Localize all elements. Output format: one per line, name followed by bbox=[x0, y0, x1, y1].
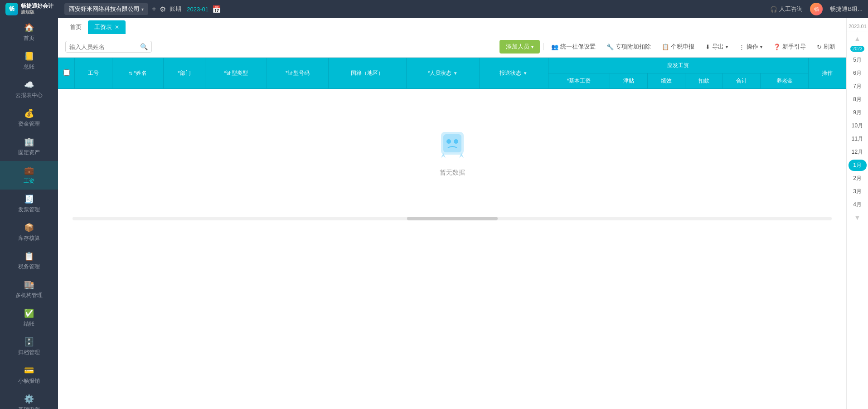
export-button[interactable]: ⬇ 导出 ▾ bbox=[702, 41, 732, 53]
special-deduction-icon: 🔧 bbox=[606, 44, 614, 50]
empty-icon bbox=[434, 125, 470, 161]
avatar: 畅 bbox=[810, 3, 823, 15]
sidebar-item-expense[interactable]: 💳 小畅报销 bbox=[0, 361, 58, 390]
sidebar-item-tax[interactable]: 📋 税务管理 bbox=[0, 247, 58, 275]
wage-table: 工号 ⇅ *姓名 *部门 *证型类型 *证型号码 国籍（地区） *人员状态 ▼ bbox=[58, 58, 846, 89]
th-staff-status: *人员状态 ▼ bbox=[406, 58, 479, 89]
sidebar-icon-settle: ✅ bbox=[24, 308, 34, 318]
company-selector[interactable]: 西安虾米网络科技有限公司 ▾ bbox=[64, 3, 148, 15]
sidebar-label-home: 首页 bbox=[24, 34, 34, 42]
scroll-track[interactable] bbox=[73, 217, 832, 220]
sidebar-label-invoice: 发票管理 bbox=[18, 206, 40, 214]
svg-point-2 bbox=[446, 139, 451, 144]
add-person-chevron-icon: ▾ bbox=[531, 44, 533, 49]
tab-wage[interactable]: 工资表 ✕ bbox=[88, 20, 126, 34]
sidebar-item-multi[interactable]: 🏬 多机构管理 bbox=[0, 275, 58, 304]
special-deduction-label: 专项附加扣除 bbox=[616, 43, 651, 51]
month-7[interactable]: 7月 bbox=[849, 81, 867, 92]
export-label: 导出 bbox=[712, 43, 724, 51]
sidebar-item-cloud[interactable]: ☁️ 云报表中心 bbox=[0, 75, 58, 104]
service-label: 人工咨询 bbox=[779, 5, 803, 13]
month-6[interactable]: 6月 bbox=[849, 68, 867, 79]
th-checkbox bbox=[58, 58, 75, 89]
scroll-thumb[interactable] bbox=[407, 217, 498, 220]
th-wage-group: 应发工资 bbox=[548, 58, 808, 73]
logo-subtitle: 旗舰版 bbox=[21, 9, 53, 15]
sidebar-icon-assets: 🏢 bbox=[24, 137, 34, 147]
right-panel-up-icon[interactable]: ▲ bbox=[854, 35, 861, 42]
company-name: 西安虾米网络科技有限公司 bbox=[69, 5, 140, 13]
search-wrap[interactable]: 🔍 bbox=[65, 41, 152, 53]
sidebar-icon-home: 🏠 bbox=[24, 23, 34, 33]
search-input[interactable] bbox=[69, 44, 137, 50]
logo-title: 畅捷通好会计 bbox=[21, 3, 53, 9]
table-container: 工号 ⇅ *姓名 *部门 *证型类型 *证型号码 国籍（地区） *人员状态 ▼ bbox=[58, 58, 846, 409]
th-department: *部门 bbox=[163, 58, 205, 89]
sidebar-label-archive: 归档管理 bbox=[18, 349, 40, 356]
tab-home-label: 首页 bbox=[70, 23, 82, 31]
sidebar-icon-ledger: 📒 bbox=[24, 51, 34, 61]
tab-home[interactable]: 首页 bbox=[63, 20, 88, 34]
scroll-area bbox=[58, 213, 846, 224]
svg-rect-1 bbox=[443, 134, 461, 152]
special-deduction-button[interactable]: 🔧 专项附加扣除 bbox=[603, 41, 655, 53]
sidebar-icon-multi: 🏬 bbox=[24, 280, 34, 290]
sidebar-item-archive[interactable]: 🗄️ 归档管理 bbox=[0, 332, 58, 361]
logo-icon: 畅 bbox=[5, 3, 18, 15]
sidebar-label-ledger: 总账 bbox=[24, 63, 34, 71]
personal-tax-button[interactable]: 📋 个税申报 bbox=[658, 41, 698, 53]
month-11[interactable]: 11月 bbox=[849, 133, 867, 145]
sidebar-label-tax: 税务管理 bbox=[18, 263, 40, 271]
month-1[interactable]: 1月 bbox=[849, 160, 867, 171]
operations-button[interactable]: ⋮ 操作 ▾ bbox=[735, 41, 766, 53]
sidebar-icon-funds: 💰 bbox=[24, 108, 34, 118]
social-security-button[interactable]: 👥 统一社保设置 bbox=[548, 41, 599, 53]
sidebar-item-home[interactable]: 🏠 首页 bbox=[0, 18, 58, 47]
toolbar-right: 添加人员 ▾ 👥 统一社保设置 🔧 专项附加扣除 📋 个税申报 bbox=[499, 40, 839, 54]
th-number: 工号 bbox=[75, 58, 112, 89]
add-company-button[interactable]: + bbox=[152, 5, 156, 13]
service-button[interactable]: 🎧 人工咨询 bbox=[770, 5, 803, 13]
operations-chevron-icon: ▾ bbox=[760, 44, 762, 49]
sidebar-item-invoice[interactable]: 🧾 发票管理 bbox=[0, 190, 58, 218]
sidebar-label-expense: 小畅报销 bbox=[18, 377, 40, 385]
month-4[interactable]: 4月 bbox=[849, 199, 867, 210]
sidebar-item-settle[interactable]: ✅ 结账 bbox=[0, 304, 58, 332]
th-id-type: *证型类型 bbox=[205, 58, 267, 89]
month-2[interactable]: 2月 bbox=[849, 173, 867, 184]
period-value: 2023-01 bbox=[187, 6, 209, 13]
sidebar-item-inventory[interactable]: 📦 库存核算 bbox=[0, 218, 58, 247]
refresh-button[interactable]: ↻ 刷新 bbox=[813, 41, 839, 53]
guide-button[interactable]: ❓ 新手引导 bbox=[770, 41, 810, 53]
right-panel: 2023.01 ▲ 2023 5月 6月 7月 8月 9月 10月 11月 12… bbox=[846, 18, 868, 409]
sidebar-item-assets[interactable]: 🏢 固定资产 bbox=[0, 132, 58, 161]
sidebar-item-funds[interactable]: 💰 资金管理 bbox=[0, 104, 58, 132]
sidebar-item-wage[interactable]: 💼 工资 bbox=[0, 161, 58, 190]
search-icon: 🔍 bbox=[140, 43, 148, 50]
month-10[interactable]: 10月 bbox=[849, 120, 867, 131]
headset-icon: 🎧 bbox=[770, 6, 777, 13]
sidebar-label-cloud: 云报表中心 bbox=[15, 92, 43, 99]
month-12[interactable]: 12月 bbox=[849, 146, 867, 158]
month-8[interactable]: 8月 bbox=[849, 94, 867, 105]
select-all-checkbox[interactable] bbox=[63, 69, 70, 76]
sidebar-item-settings[interactable]: ⚙️ 基础设置 bbox=[0, 390, 58, 409]
settings-icon[interactable]: ⚙ bbox=[160, 5, 166, 14]
month-3[interactable]: 3月 bbox=[849, 186, 867, 197]
sidebar-icon-wage: 💼 bbox=[24, 166, 34, 175]
right-panel-period: 2023.01 bbox=[847, 22, 868, 31]
right-panel-down-icon[interactable]: ▼ bbox=[854, 214, 861, 221]
calendar-icon[interactable]: 📅 bbox=[212, 5, 221, 14]
add-person-button[interactable]: 添加人员 ▾ bbox=[499, 40, 540, 54]
sidebar-item-ledger[interactable]: 📒 总账 bbox=[0, 47, 58, 75]
tab-wage-close-icon[interactable]: ✕ bbox=[115, 24, 119, 30]
month-5[interactable]: 5月 bbox=[849, 54, 867, 66]
top-bar-right: 🎧 人工咨询 畅 畅捷通B组... bbox=[770, 3, 863, 15]
sidebar-label-settle: 结账 bbox=[24, 320, 34, 328]
guide-label: 新手引导 bbox=[782, 43, 806, 51]
month-9[interactable]: 9月 bbox=[849, 107, 867, 118]
submit-status-filter-icon[interactable]: ▼ bbox=[523, 71, 528, 76]
sidebar-icon-expense: 💳 bbox=[24, 365, 34, 375]
tab-bar: 首页 工资表 ✕ bbox=[58, 18, 846, 36]
staff-status-filter-icon[interactable]: ▼ bbox=[453, 71, 458, 76]
